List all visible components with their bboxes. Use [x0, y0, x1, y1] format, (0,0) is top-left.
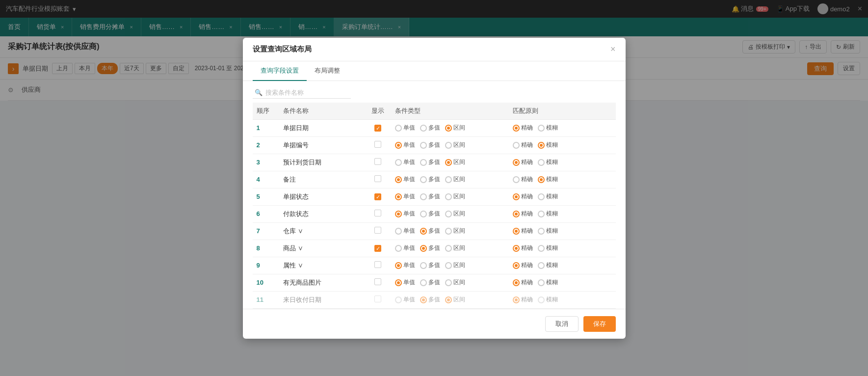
search-input[interactable]	[265, 89, 344, 96]
modal-tabs: 查询字段设置 布局调整	[243, 61, 626, 81]
modal-dialog: 设置查询区域布局 × 查询字段设置 布局调整 🔍 顺序	[243, 38, 626, 101]
tab-layout-adjust[interactable]: 布局调整	[307, 61, 348, 81]
modal-header: 设置查询区域布局 ×	[243, 38, 626, 61]
search-box: 🔍	[253, 87, 351, 99]
modal-close-btn[interactable]: ×	[610, 45, 616, 54]
modal-search: 🔍	[243, 81, 626, 101]
modal-title: 设置查询区域布局	[253, 45, 312, 54]
modal-overlay: 设置查询区域布局 × 查询字段设置 布局调整 🔍 顺序	[0, 0, 868, 101]
search-icon: 🔍	[255, 89, 263, 96]
tab-query-fields[interactable]: 查询字段设置	[253, 61, 307, 81]
